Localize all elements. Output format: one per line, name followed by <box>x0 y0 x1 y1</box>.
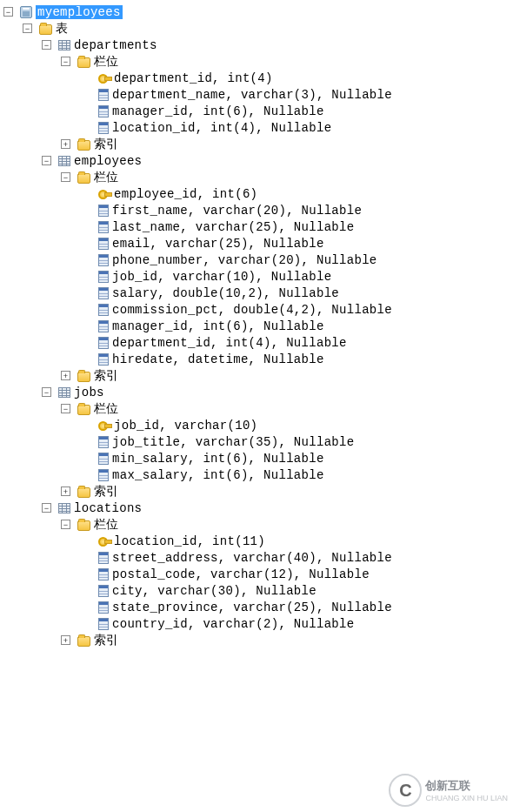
table-node[interactable]: employees <box>3 152 513 169</box>
column-label[interactable]: first_name, varchar(20), Nullable <box>112 204 362 218</box>
column-node[interactable]: min_salary, int(6), Nullable <box>3 450 513 466</box>
column-node[interactable]: job_id, varchar(10), Nullable <box>3 268 513 285</box>
column-node[interactable]: last_name, varchar(25), Nullable <box>3 218 513 235</box>
columns-toggle[interactable] <box>61 172 70 182</box>
columns-label[interactable]: 栏位 <box>94 54 118 70</box>
indexes-label[interactable]: 索引 <box>94 484 118 500</box>
column-label[interactable]: last_name, varchar(25), Nullable <box>112 220 354 234</box>
tables-toggle[interactable] <box>23 23 32 33</box>
column-node[interactable]: job_id, varchar(10) <box>3 417 513 433</box>
column-node[interactable]: salary, double(10,2), Nullable <box>3 285 513 301</box>
column-label[interactable]: job_id, varchar(10) <box>114 419 257 433</box>
column-label[interactable]: country_id, varchar(2), Nullable <box>112 617 354 631</box>
column-node[interactable]: location_id, int(11) <box>3 533 513 549</box>
column-node[interactable]: max_salary, int(6), Nullable <box>3 466 513 483</box>
column-label[interactable]: hiredate, datetime, Nullable <box>112 352 324 366</box>
column-node[interactable]: state_province, varchar(25), Nullable <box>3 599 513 615</box>
column-label[interactable]: salary, double(10,2), Nullable <box>112 286 339 300</box>
columns-folder[interactable]: 栏位 <box>3 53 513 70</box>
columns-label[interactable]: 栏位 <box>94 517 118 533</box>
columns-folder[interactable]: 栏位 <box>3 169 513 185</box>
column-label[interactable]: street_address, varchar(40), Nullable <box>112 551 392 565</box>
tables-label[interactable]: 表 <box>56 21 68 37</box>
table-node[interactable]: locations <box>3 500 513 516</box>
column-icon <box>98 105 109 117</box>
column-node[interactable]: manager_id, int(6), Nullable <box>3 318 513 334</box>
db-node[interactable]: myemployees <box>3 3 513 20</box>
table-name-label[interactable]: departments <box>74 38 157 52</box>
columns-folder[interactable]: 栏位 <box>3 516 513 533</box>
table-toggle[interactable] <box>42 40 51 50</box>
column-node[interactable]: street_address, varchar(40), Nullable <box>3 549 513 566</box>
indexes-toggle[interactable] <box>61 635 70 645</box>
columns-folder[interactable]: 栏位 <box>3 400 513 417</box>
column-label[interactable]: manager_id, int(6), Nullable <box>112 104 324 118</box>
db-toggle[interactable] <box>3 7 13 17</box>
table-name-label[interactable]: employees <box>74 154 142 168</box>
column-label[interactable]: email, varchar(25), Nullable <box>112 237 324 251</box>
table-toggle[interactable] <box>42 387 51 397</box>
column-label[interactable]: min_salary, int(6), Nullable <box>112 452 324 466</box>
indexes-label[interactable]: 索引 <box>94 633 118 648</box>
column-label[interactable]: department_id, int(4), Nullable <box>112 336 347 350</box>
column-label[interactable]: location_id, int(4), Nullable <box>112 121 331 135</box>
column-node[interactable]: phone_number, varchar(20), Nullable <box>3 252 513 268</box>
table-toggle[interactable] <box>42 156 51 165</box>
column-node[interactable]: department_id, int(4) <box>3 70 513 86</box>
indexes-folder[interactable]: 索引 <box>3 632 513 648</box>
column-node[interactable]: department_id, int(4), Nullable <box>3 334 513 351</box>
column-node[interactable]: employee_id, int(6) <box>3 185 513 202</box>
column-node[interactable]: manager_id, int(6), Nullable <box>3 103 513 119</box>
indexes-toggle[interactable] <box>61 371 70 380</box>
column-node[interactable]: country_id, varchar(2), Nullable <box>3 615 513 632</box>
column-label[interactable]: max_salary, int(6), Nullable <box>112 468 324 482</box>
column-label[interactable]: department_name, varchar(3), Nullable <box>112 88 392 102</box>
column-label[interactable]: job_title, varchar(35), Nullable <box>112 435 354 449</box>
column-node[interactable]: job_title, varchar(35), Nullable <box>3 433 513 450</box>
column-node[interactable]: location_id, int(4), Nullable <box>3 119 513 136</box>
column-label[interactable]: manager_id, int(6), Nullable <box>112 319 324 333</box>
database-icon <box>20 6 32 18</box>
indexes-toggle[interactable] <box>61 487 70 496</box>
indexes-toggle[interactable] <box>61 139 70 149</box>
column-icon <box>98 552 109 564</box>
column-label[interactable]: postal_code, varchar(12), Nullable <box>112 567 370 581</box>
columns-label[interactable]: 栏位 <box>94 401 118 417</box>
column-icon <box>98 122 109 134</box>
column-icon <box>98 287 109 299</box>
column-label[interactable]: location_id, int(11) <box>114 534 265 548</box>
column-label[interactable]: phone_number, varchar(20), Nullable <box>112 253 377 267</box>
column-label[interactable]: city, varchar(30), Nullable <box>112 584 316 598</box>
indexes-folder[interactable]: 索引 <box>3 367 513 384</box>
columns-label[interactable]: 栏位 <box>94 170 118 185</box>
column-label[interactable]: employee_id, int(6) <box>114 187 257 201</box>
table-toggle[interactable] <box>42 503 51 513</box>
column-node[interactable]: commission_pct, double(4,2), Nullable <box>3 301 513 318</box>
column-label[interactable]: state_province, varchar(25), Nullable <box>112 601 392 614</box>
table-name-label[interactable]: jobs <box>74 386 104 399</box>
column-label[interactable]: job_id, varchar(10), Nullable <box>112 270 331 284</box>
column-icon <box>98 89 109 101</box>
columns-toggle[interactable] <box>61 520 70 529</box>
table-node[interactable]: jobs <box>3 384 513 400</box>
column-node[interactable]: first_name, varchar(20), Nullable <box>3 202 513 218</box>
indexes-folder[interactable]: 索引 <box>3 136 513 152</box>
column-node[interactable]: email, varchar(25), Nullable <box>3 235 513 252</box>
indexes-label[interactable]: 索引 <box>94 368 118 384</box>
db-name-label[interactable]: myemployees <box>36 5 123 19</box>
column-node[interactable]: hiredate, datetime, Nullable <box>3 351 513 367</box>
column-node[interactable]: department_name, varchar(3), Nullable <box>3 86 513 103</box>
indexes-label[interactable]: 索引 <box>94 137 118 152</box>
columns-toggle[interactable] <box>61 404 70 413</box>
columns-toggle[interactable] <box>61 57 70 66</box>
column-label[interactable]: department_id, int(4) <box>114 71 273 85</box>
column-label[interactable]: commission_pct, double(4,2), Nullable <box>112 303 392 317</box>
tables-folder[interactable]: 表 <box>3 20 513 37</box>
column-node[interactable]: city, varchar(30), Nullable <box>3 582 513 599</box>
table-node[interactable]: departments <box>3 37 513 53</box>
column-node[interactable]: postal_code, varchar(12), Nullable <box>3 566 513 582</box>
folder-icon <box>77 57 90 68</box>
column-icon <box>98 304 109 316</box>
table-name-label[interactable]: locations <box>74 501 142 515</box>
indexes-folder[interactable]: 索引 <box>3 483 513 500</box>
